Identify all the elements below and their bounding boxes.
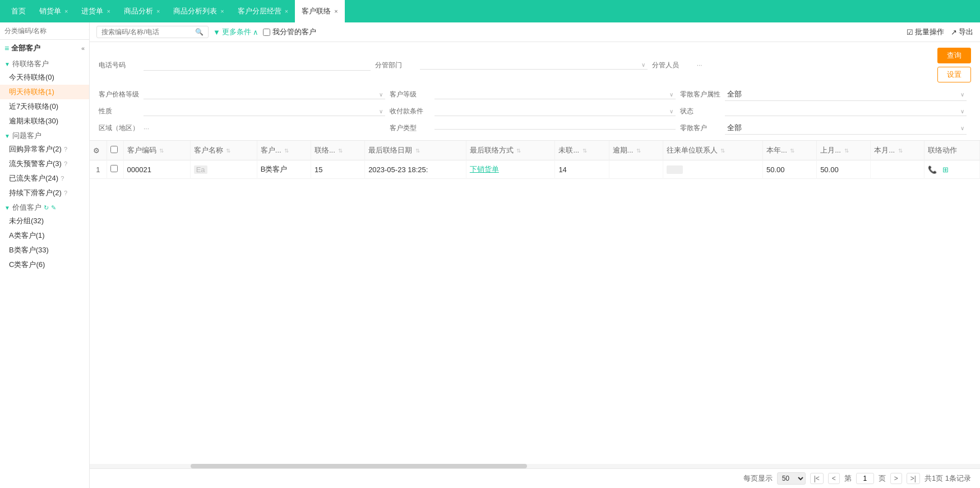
nav-item-home[interactable]: 首页	[4, 0, 33, 22]
customer-grade-select[interactable]: ∨	[434, 90, 676, 99]
triangle-icon: ▼	[4, 61, 10, 67]
sidebar-item-churn-warning[interactable]: 流失预警客户(3) ?	[0, 156, 89, 171]
search-input[interactable]	[101, 28, 195, 36]
sidebar-item-today[interactable]: 今天待联络(0)	[0, 70, 89, 85]
col-category: 客户... ⇅	[257, 141, 311, 160]
toolbar-right: ☑ 批量操作 ↗ 导出	[907, 27, 973, 37]
my-customers-checkbox[interactable]: 我分管的客户	[263, 27, 316, 37]
row-no-contact: 14	[555, 160, 609, 179]
nav-item-sales[interactable]: 销货单 ×	[33, 0, 75, 22]
chevron-down-icon: ∨	[669, 108, 673, 114]
dept-select[interactable]: ∨	[420, 61, 647, 70]
sort-icon: ⇅	[720, 148, 725, 154]
refresh-icon[interactable]: ↻	[44, 204, 49, 211]
sidebar-item-class-b[interactable]: B类客户(33)	[0, 243, 89, 257]
help-icon[interactable]: ?	[64, 160, 67, 167]
col-checkbox[interactable]	[107, 141, 123, 160]
query-button[interactable]: 查询	[937, 48, 971, 63]
row-last-date: 2023-05-23 18:25:	[365, 160, 466, 179]
next-page-button[interactable]: >	[890, 473, 902, 484]
help-icon[interactable]: ?	[64, 146, 67, 153]
export-button[interactable]: ↗ 导出	[951, 27, 973, 37]
retail-customer-select[interactable]: 全部 ∨	[725, 122, 967, 135]
row-last-method[interactable]: 下销货单	[466, 160, 555, 179]
retail-attr-select[interactable]: 全部 ∨	[725, 88, 967, 101]
row-checkbox-cell[interactable]	[107, 160, 123, 179]
close-icon[interactable]: ×	[107, 8, 110, 15]
close-icon[interactable]: ×	[64, 8, 68, 15]
first-page-button[interactable]: |<	[810, 473, 824, 484]
filter-field-person: 分管人员 ···	[652, 61, 928, 70]
batch-operation-button[interactable]: ☑ 批量操作	[907, 27, 944, 37]
action-phone-icon[interactable]: 📞	[928, 165, 937, 174]
action-grid-icon[interactable]: ⊞	[942, 165, 949, 174]
chevron-down-icon: ∨	[669, 91, 673, 98]
help-icon[interactable]: ?	[64, 190, 67, 196]
chevron-down-icon: ∨	[960, 108, 964, 114]
filter-field-customer-type: 客户类型	[390, 123, 681, 133]
filter-field-retail-attr: 零散客户属性 全部 ∨	[680, 88, 971, 101]
row-num: 1	[90, 160, 107, 179]
sort-icon: ⇅	[415, 148, 420, 154]
row-checkbox[interactable]	[110, 165, 118, 172]
sidebar-search-input[interactable]	[4, 27, 89, 35]
row-last-month: 50.00	[817, 160, 871, 179]
sidebar-item-class-c[interactable]: C类客户(6)	[0, 257, 89, 272]
sidebar-item-tomorrow[interactable]: 明天待联络(1)	[0, 85, 89, 99]
close-icon[interactable]: ×	[220, 8, 224, 15]
action-buttons: 查询 设置	[937, 48, 971, 82]
more-icon[interactable]: ···	[697, 61, 702, 69]
prev-page-button[interactable]: <	[828, 473, 840, 484]
sidebar-group-pending: ▼ 待联络客户	[0, 57, 89, 70]
sidebar-group-problem: ▼ 问题客户	[0, 128, 89, 142]
nav-item-product-analysis[interactable]: 商品分析 ×	[117, 0, 167, 22]
col-code: 客户编码 ⇅	[123, 141, 190, 160]
sidebar-item-class-a[interactable]: A类客户(1)	[0, 228, 89, 243]
phone-input[interactable]	[144, 60, 371, 71]
nav-item-purchase[interactable]: 进货单 ×	[75, 0, 117, 22]
more-filter-button[interactable]: ▼ 更多条件 ∧	[213, 27, 258, 37]
filter-panel: 电话号码 分管部门 ∨ 分管人员 ··· 查询 设置	[90, 42, 980, 141]
gender-select[interactable]: ∨	[144, 107, 385, 116]
filter-icon: ▼	[213, 28, 220, 36]
close-icon[interactable]: ×	[156, 8, 160, 15]
col-gear[interactable]: ⚙	[90, 141, 107, 160]
value-grade-select[interactable]: ∨	[144, 90, 385, 99]
horizontal-scrollbar[interactable]	[90, 464, 980, 468]
last-page-button[interactable]: >|	[907, 473, 920, 484]
col-overdue: 逾期... ⇅	[609, 141, 663, 160]
sort-icon: ⇅	[338, 148, 343, 154]
nav-item-customer-contact[interactable]: 客户联络 ×	[295, 0, 344, 22]
sidebar-item-7days[interactable]: 近7天待联络(0)	[0, 99, 89, 114]
filter-row-4: 区域（地区） ··· 客户类型 零散客户 全部 ∨	[99, 122, 971, 135]
sidebar-item-overdue[interactable]: 逾期未联络(30)	[0, 114, 89, 128]
chevron-down-icon: ∨	[960, 125, 964, 131]
help-icon[interactable]: ?	[61, 175, 64, 182]
sidebar-item-ungrouped[interactable]: 未分组(32)	[0, 214, 89, 228]
status-select[interactable]: ∨	[725, 107, 967, 116]
gear-icon[interactable]: ⚙	[93, 146, 100, 155]
sidebar-item-churned[interactable]: 已流失客户(24) ?	[0, 171, 89, 186]
sidebar-search-box[interactable]: 🔍	[0, 22, 89, 40]
customer-type-select[interactable]	[434, 127, 676, 130]
sidebar-all-customers[interactable]: ≡ 全部客户 «	[0, 40, 89, 57]
sidebar-item-abnormal-repurchase[interactable]: 回购异常客户(2) ?	[0, 142, 89, 156]
edit-icon[interactable]: ✎	[51, 204, 56, 211]
page-size-select[interactable]: 50 100 200	[777, 472, 806, 485]
payment-select[interactable]: ∨	[434, 107, 676, 116]
setting-button[interactable]: 设置	[937, 67, 971, 82]
nav-item-customer-tier[interactable]: 客户分层经营 ×	[231, 0, 295, 22]
nav-item-product-analysis-list[interactable]: 商品分析列表 ×	[167, 0, 230, 22]
close-icon[interactable]: ×	[334, 8, 338, 15]
search-box[interactable]: 🔍	[96, 26, 209, 38]
col-this-month: 本月... ⇅	[871, 141, 924, 160]
my-customers-check[interactable]	[263, 29, 270, 36]
region-more-icon[interactable]: ···	[144, 125, 149, 132]
select-all-checkbox[interactable]	[110, 146, 118, 153]
sidebar-item-declining[interactable]: 持续下滑客户(2) ?	[0, 186, 89, 200]
scrollbar-thumb[interactable]	[191, 464, 527, 468]
close-icon[interactable]: ×	[285, 8, 288, 15]
table-row: 1 000021 Ea B类客户 15 2023-05-23 18:25: 下销…	[90, 160, 980, 179]
page-input[interactable]	[856, 473, 874, 484]
search-icon[interactable]: 🔍	[195, 28, 204, 36]
